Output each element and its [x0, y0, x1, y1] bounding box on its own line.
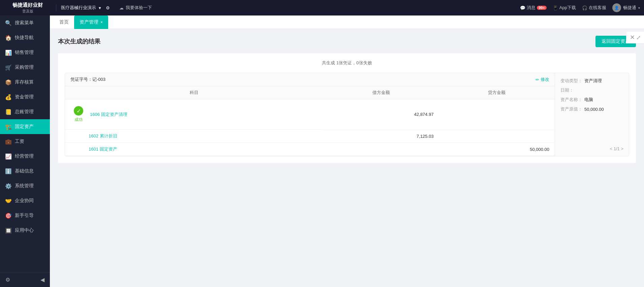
- sidebar-label-inventory: 库存核算: [15, 79, 34, 85]
- date-label: 日期：: [560, 87, 574, 93]
- sidebar-item-finance[interactable]: 💰 资金管理: [0, 90, 50, 104]
- voucher-table: 科目 借方金额 贷方金额 ✓ 成: [65, 86, 555, 156]
- guide-icon: 🎯: [5, 213, 11, 219]
- success-status: ✓ 成功: [70, 103, 87, 126]
- notifications-item[interactable]: 💬 消息 99+: [520, 5, 547, 11]
- sidebar-item-operations[interactable]: 📈 经营管理: [0, 149, 50, 164]
- voucher-card: 凭证字号： 记-003 ✏ 修改: [65, 73, 629, 156]
- top-bar-right: 💬 消息 99+ 📱 App下载 🎧 在线客服 👤 畅捷通 ▾: [520, 3, 640, 12]
- top-bar: 畅捷通好业财 普及版 医疗器械行业演示 ▾ ⚙ ☁ 我要体验一下 💬 消息 99…: [0, 0, 644, 15]
- sidebar-item-system[interactable]: ⚙️ 系统管理: [0, 179, 50, 193]
- sidebar-label-payroll: 工资: [15, 138, 24, 145]
- panel-controls: ✕ ⤢: [626, 32, 644, 43]
- change-type-value: 资产清理: [584, 78, 602, 84]
- notifications-label: 消息: [527, 5, 535, 11]
- fixed-assets-icon: 🏗️: [5, 124, 11, 130]
- row2-debit: 7,125.03: [323, 130, 439, 143]
- row3-debit: [323, 143, 439, 156]
- sidebar-item-inventory[interactable]: 📦 库存核算: [0, 75, 50, 90]
- row1-subject: 1606 固定资产清理: [90, 111, 127, 118]
- tab-home[interactable]: 首页: [54, 15, 74, 29]
- sidebar-label-purchase: 采购管理: [15, 64, 34, 70]
- change-type-label: 变动类型：: [560, 78, 582, 84]
- sidebar-item-apps[interactable]: 🔲 应用中心: [0, 223, 50, 238]
- expand-panel-button[interactable]: ⤢: [636, 34, 641, 41]
- pagination[interactable]: < 1/1 >: [560, 143, 623, 151]
- payroll-icon: 💼: [5, 138, 11, 145]
- message-icon: 💬: [520, 5, 525, 10]
- sidebar-label-quick-nav: 快捷导航: [15, 35, 34, 41]
- logo-title: 畅捷通好业财: [12, 2, 43, 8]
- original-value-label: 资产原值：: [560, 106, 582, 112]
- inventory-icon: 📦: [5, 79, 11, 85]
- sidebar-label-sales: 销售管理: [15, 50, 34, 56]
- pagination-prev[interactable]: <: [610, 146, 613, 151]
- experience-area[interactable]: ☁ 我要体验一下: [119, 5, 152, 11]
- app-download-label: App下载: [559, 5, 576, 11]
- content-area: 首页 资产管理 × 本次生成的结果 返回固定资产 共生成 1张凭证，0张失败: [50, 15, 644, 287]
- sidebar-item-quick-nav[interactable]: 🏠 快捷导航: [0, 30, 50, 45]
- chevron-down-icon: ▾: [638, 6, 640, 10]
- row3-subject: 1601 固定资产: [89, 147, 117, 152]
- notifications-badge: 99+: [537, 6, 547, 10]
- row3-subject-cell: 1601 固定资产: [65, 143, 323, 156]
- logo-subtitle: 普及版: [22, 9, 33, 14]
- collapse-icon[interactable]: ◀: [40, 277, 44, 283]
- col-subject: 科目: [65, 86, 323, 99]
- sidebar-item-search[interactable]: 🔍 搜索菜单: [0, 15, 50, 30]
- experience-label[interactable]: 我要体验一下: [126, 5, 152, 11]
- sidebar-label-basic-info: 基础信息: [15, 168, 34, 174]
- tab-close-icon[interactable]: ×: [100, 20, 103, 25]
- sidebar-footer: ⚙ ◀: [0, 272, 50, 287]
- row2-credit: [439, 130, 555, 143]
- close-panel-button[interactable]: ✕: [630, 34, 635, 41]
- table-row: 1601 固定资产 50,000.00: [65, 143, 555, 156]
- sidebar-item-purchase[interactable]: 🛒 采购管理: [0, 60, 50, 75]
- page-content: 本次生成的结果 返回固定资产 共生成 1张凭证，0张失败 凭证字号： 记-003: [50, 29, 644, 287]
- user-area[interactable]: 👤 畅捷通 ▾: [612, 3, 640, 12]
- sidebar-label-finance: 资金管理: [15, 94, 34, 100]
- row1-subject-cell: ✓ 成功 1606 固定资产清理: [65, 99, 323, 130]
- sidebar-label-apps: 应用中心: [15, 227, 34, 233]
- sidebar-label-system: 系统管理: [15, 183, 34, 189]
- sidebar-item-ledger[interactable]: 📒 总账管理: [0, 104, 50, 119]
- col-credit: 贷方金额: [439, 86, 555, 99]
- gear-icon[interactable]: ⚙: [106, 5, 110, 10]
- page-header: 本次生成的结果 返回固定资产: [58, 36, 636, 47]
- sidebar-item-fixed-assets[interactable]: 🏗️ 固定资产: [0, 119, 50, 134]
- row3-credit: 50,000.00: [439, 143, 555, 156]
- table-row: 1602 累计折旧 7,125.03: [65, 130, 555, 143]
- company-selector[interactable]: 医疗器械行业演示 ▾ ⚙: [61, 5, 110, 11]
- sidebar-item-sales[interactable]: 📊 销售管理: [0, 45, 50, 60]
- tab-asset-management-label: 资产管理: [80, 19, 98, 25]
- result-box: 共生成 1张凭证，0张失败 凭证字号： 记-003 ✏ 修改: [58, 53, 636, 163]
- col-debit: 借方金额: [323, 86, 439, 99]
- cooperation-icon: 🤝: [5, 198, 11, 204]
- user-name: 畅捷通: [623, 5, 636, 11]
- sidebar-label-guide: 新手引导: [15, 213, 34, 219]
- page-title: 本次生成的结果: [58, 37, 100, 45]
- info-icon: ℹ️: [5, 168, 11, 174]
- finance-icon: 💰: [5, 94, 11, 100]
- pagination-next[interactable]: >: [621, 146, 623, 151]
- voucher-edit-button[interactable]: ✏ 修改: [535, 76, 549, 83]
- search-icon: 🔍: [5, 20, 11, 26]
- tab-asset-management[interactable]: 资产管理 ×: [74, 15, 108, 29]
- row1-debit: 42,874.97: [323, 99, 439, 130]
- online-service-item[interactable]: 🎧 在线客服: [582, 5, 606, 11]
- edit-label: 修改: [541, 76, 549, 83]
- sidebar-item-basic-info[interactable]: ℹ️ 基础信息: [0, 164, 50, 179]
- sidebar-item-guide[interactable]: 🎯 新手引导: [0, 208, 50, 223]
- sidebar-label-cooperation: 企业协同: [15, 198, 34, 204]
- settings-footer-icon[interactable]: ⚙: [5, 277, 10, 283]
- company-name: 医疗器械行业演示: [61, 5, 96, 11]
- sidebar-scroll: 🔍 搜索菜单 🏠 快捷导航 📊 销售管理 🛒 采购管理 📦 库存核算 💰: [0, 15, 50, 272]
- app-download-item[interactable]: 📱 App下载: [553, 5, 576, 11]
- sidebar-label-search: 搜索菜单: [15, 20, 34, 26]
- logo-area: 畅捷通好业财 普及版: [4, 2, 51, 14]
- sidebar-item-payroll[interactable]: 💼 工资: [0, 134, 50, 149]
- voucher-number-area: 凭证字号： 记-003: [70, 76, 105, 83]
- sidebar-item-cooperation[interactable]: 🤝 企业协同: [0, 193, 50, 208]
- voucher-right-panel: 变动类型： 资产清理 日期： 资产名称： 电脑 资产原值：: [555, 73, 629, 156]
- success-text: 成功: [74, 117, 83, 123]
